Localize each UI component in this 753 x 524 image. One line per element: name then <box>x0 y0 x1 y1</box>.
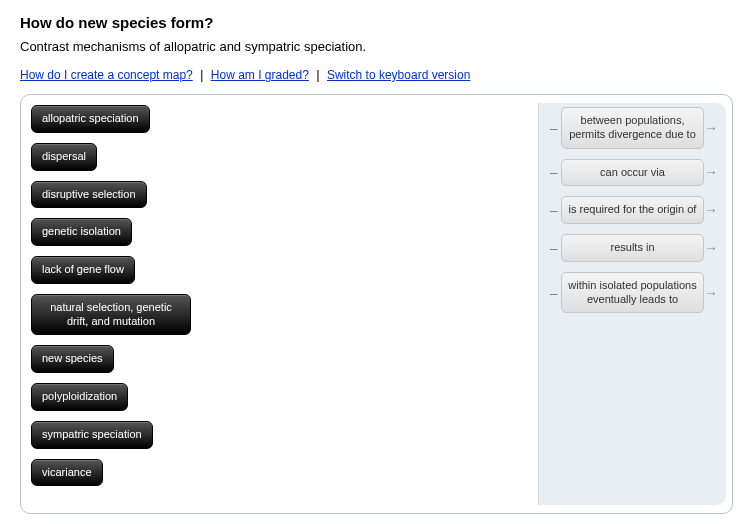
term-tile[interactable]: disruptive selection <box>31 181 147 209</box>
connector-left-icon <box>547 165 561 179</box>
link-phrase-column: between populations, permits divergence … <box>547 107 718 313</box>
help-link-graded[interactable]: How am I graded? <box>211 68 309 82</box>
link-phrase[interactable]: within isolated populations eventually l… <box>561 272 704 314</box>
connector-left-icon <box>547 241 561 255</box>
help-links-row: How do I create a concept map? | How am … <box>20 68 733 82</box>
term-tile[interactable]: lack of gene flow <box>31 256 135 284</box>
term-tile[interactable]: allopatric speciation <box>31 105 150 133</box>
connector-right-icon <box>704 121 718 135</box>
term-tile[interactable]: vicariance <box>31 459 103 487</box>
connector-left-icon <box>547 121 561 135</box>
prompt-text: Contrast mechanisms of allopatric and sy… <box>20 39 733 54</box>
link-phrase[interactable]: results in <box>561 234 704 262</box>
connector-right-icon <box>704 203 718 217</box>
term-tile[interactable]: sympatric speciation <box>31 421 153 449</box>
connector-left-icon <box>547 203 561 217</box>
term-tile[interactable]: new species <box>31 345 114 373</box>
help-link-create-map[interactable]: How do I create a concept map? <box>20 68 193 82</box>
link-row: between populations, permits divergence … <box>547 107 718 149</box>
link-phrase[interactable]: between populations, permits divergence … <box>561 107 704 149</box>
term-tile[interactable]: polyploidization <box>31 383 128 411</box>
term-column: allopatric speciation dispersal disrupti… <box>31 105 211 486</box>
term-tile[interactable]: genetic isolation <box>31 218 132 246</box>
connector-right-icon <box>704 286 718 300</box>
target-strip: between populations, permits divergence … <box>538 103 726 505</box>
term-tile[interactable]: dispersal <box>31 143 97 171</box>
link-phrase[interactable]: is required for the origin of <box>561 196 704 224</box>
link-separator: | <box>316 68 319 82</box>
connector-left-icon <box>547 286 561 300</box>
link-separator: | <box>200 68 203 82</box>
link-row: can occur via <box>547 159 718 187</box>
connector-right-icon <box>704 165 718 179</box>
link-phrase[interactable]: can occur via <box>561 159 704 187</box>
term-tile[interactable]: natural selection, genetic drift, and mu… <box>31 294 191 336</box>
concept-map-canvas[interactable]: between populations, permits divergence … <box>20 94 733 514</box>
connector-right-icon <box>704 241 718 255</box>
page-title: How do new species form? <box>20 14 733 31</box>
help-link-keyboard[interactable]: Switch to keyboard version <box>327 68 470 82</box>
link-row: within isolated populations eventually l… <box>547 272 718 314</box>
link-row: results in <box>547 234 718 262</box>
link-row: is required for the origin of <box>547 196 718 224</box>
